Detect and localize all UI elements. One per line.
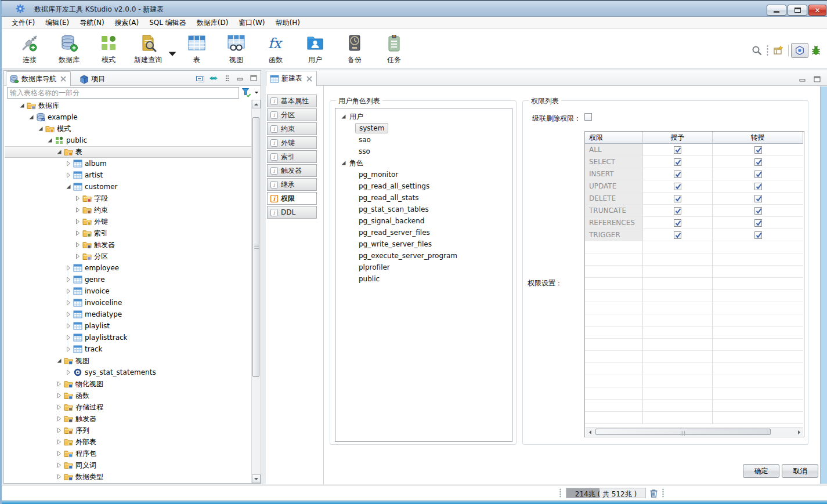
checkbox-checked[interactable] — [754, 158, 762, 166]
kstudio-perspective-button[interactable] — [791, 43, 808, 58]
role-item-9[interactable]: pg_signal_backend — [335, 215, 512, 227]
tab-close-icon[interactable] — [60, 75, 67, 82]
checkbox-checked[interactable] — [754, 195, 762, 202]
expander-closed-icon[interactable] — [65, 172, 72, 179]
expander-closed-icon[interactable] — [56, 450, 63, 457]
tree-item-3[interactable]: public — [5, 135, 251, 146]
tree-item-26[interactable]: 存储过程 — [5, 401, 251, 413]
scroll-right-button[interactable] — [795, 428, 803, 436]
title-bar[interactable]: 数据库开发工具 KStudio v2.0.0 - 新建表 ✕ — [2, 1, 827, 17]
expander-closed-icon[interactable] — [65, 322, 72, 329]
tree-item-2[interactable]: 模式 — [5, 123, 251, 135]
tab-database-navigator[interactable]: 数据库导航 — [6, 71, 71, 86]
table-horizontal-scrollbar[interactable] — [586, 427, 803, 436]
tree-item-11[interactable]: 索引 — [5, 227, 251, 239]
new-perspective-icon[interactable] — [773, 45, 783, 56]
tree-item-21[interactable]: track — [5, 343, 251, 355]
role-item-2[interactable]: sao — [335, 134, 512, 146]
toolbar-schema-button[interactable]: 模式 — [89, 31, 128, 66]
checkbox-checked[interactable] — [754, 207, 762, 215]
window-close-button[interactable]: ✕ — [808, 5, 826, 16]
toolbar-table-button[interactable]: 表 — [177, 31, 216, 66]
tree-item-8[interactable]: 字段 — [5, 193, 251, 204]
tree-item-17[interactable]: invoiceline — [5, 297, 251, 309]
expander-closed-icon[interactable] — [65, 346, 72, 353]
ok-button[interactable]: 确定 — [743, 464, 779, 478]
window-maximize-button[interactable] — [788, 5, 807, 16]
category-tab-8[interactable]: iDDL — [267, 206, 317, 219]
role-item-11[interactable]: pg_write_server_files — [335, 238, 512, 250]
toolbar-task-button[interactable]: 任务 — [374, 31, 414, 66]
expander-closed-icon[interactable] — [74, 253, 81, 260]
minimize-view-icon[interactable] — [236, 74, 245, 83]
tree-item-1[interactable]: example — [5, 111, 251, 123]
toolbar-user-button[interactable]: 用户 — [295, 31, 335, 66]
checkbox-checked[interactable] — [754, 171, 762, 178]
expander-open-icon[interactable] — [46, 137, 53, 144]
expander-closed-icon[interactable] — [56, 462, 63, 469]
expander-closed-icon[interactable] — [56, 415, 63, 422]
checkbox-checked[interactable] — [754, 219, 762, 227]
role-item-8[interactable]: pg_stat_scan_tables — [335, 204, 512, 215]
tree-item-29[interactable]: 外部表 — [5, 436, 251, 448]
tree-item-19[interactable]: playlist — [5, 320, 251, 332]
expander-closed-icon[interactable] — [74, 218, 81, 225]
role-item-1[interactable]: system — [335, 122, 512, 134]
category-tab-6[interactable]: i继承 — [267, 178, 317, 191]
perspective-drag-handle[interactable] — [767, 45, 768, 56]
toolbar-database-button[interactable]: 数据库 — [49, 31, 89, 66]
caret-down-icon[interactable] — [168, 51, 177, 57]
link-editor-icon[interactable] — [209, 74, 218, 83]
tree-item-31[interactable]: 同义词 — [5, 459, 251, 471]
expander-closed-icon[interactable] — [65, 276, 72, 283]
toolbar-function-button[interactable]: fx函数 — [256, 31, 295, 66]
category-tab-3[interactable]: i外键 — [267, 136, 317, 149]
expander-open-icon[interactable] — [56, 148, 63, 155]
scroll-left-button[interactable] — [586, 428, 594, 436]
scroll-down-button[interactable] — [252, 474, 261, 483]
expander-closed-icon[interactable] — [65, 369, 72, 376]
category-tab-2[interactable]: i约束 — [267, 122, 317, 135]
expander-closed-icon[interactable] — [56, 380, 63, 387]
tree-item-4[interactable]: 表 — [5, 146, 251, 158]
checkbox-checked[interactable] — [674, 158, 681, 166]
tree-item-5[interactable]: album — [5, 158, 251, 169]
role-item-0[interactable]: 用户 — [335, 111, 512, 122]
expander-closed-icon[interactable] — [74, 195, 81, 202]
expander-closed-icon[interactable] — [65, 160, 72, 167]
checkbox-checked[interactable] — [674, 195, 681, 202]
statusbar-drag-handle-2[interactable] — [662, 488, 664, 498]
cancel-button[interactable]: 取消 — [782, 464, 818, 478]
tree-item-10[interactable]: 外键 — [5, 216, 251, 227]
tab-close-icon[interactable] — [306, 75, 313, 82]
tree-item-20[interactable]: playlisttrack — [5, 332, 251, 343]
tab-project[interactable]: 项目 — [76, 72, 109, 86]
expander-open-icon[interactable] — [340, 159, 347, 166]
view-menu-icon[interactable] — [222, 74, 232, 83]
checkbox-checked[interactable] — [674, 146, 681, 154]
category-tab-1[interactable]: i分区 — [267, 108, 317, 121]
expander-open-icon[interactable] — [19, 102, 26, 109]
statusbar-drag-handle[interactable] — [559, 488, 561, 498]
garbage-collect-button[interactable] — [649, 488, 659, 498]
menu-item-6[interactable]: 窗口(W) — [233, 17, 270, 29]
tree-item-12[interactable]: 触发器 — [5, 239, 251, 251]
tree-item-7[interactable]: customer — [5, 181, 251, 193]
h-scroll-thumb[interactable] — [595, 429, 771, 435]
expander-open-icon[interactable] — [56, 357, 63, 364]
role-item-10[interactable]: pg_read_server_files — [335, 227, 512, 238]
expander-closed-icon[interactable] — [74, 241, 81, 248]
column-header-1[interactable]: 授予 — [643, 132, 713, 144]
checkbox-checked[interactable] — [674, 183, 681, 190]
filter-funnel-icon[interactable] — [241, 88, 251, 97]
checkbox-checked[interactable] — [754, 146, 762, 154]
expander-closed-icon[interactable] — [65, 264, 72, 271]
checkbox-checked[interactable] — [674, 207, 681, 215]
tree-item-32[interactable]: 数据类型 — [5, 471, 251, 483]
filter-caret-down-icon[interactable] — [254, 91, 259, 94]
toolbar-new-query-button[interactable]: 新建查询 — [128, 31, 168, 66]
expander-closed-icon[interactable] — [65, 334, 72, 341]
toolbar-view-button[interactable]: 视图 — [216, 31, 256, 66]
expander-open-icon[interactable] — [37, 125, 44, 132]
role-item-12[interactable]: pg_execute_server_program — [335, 250, 512, 262]
